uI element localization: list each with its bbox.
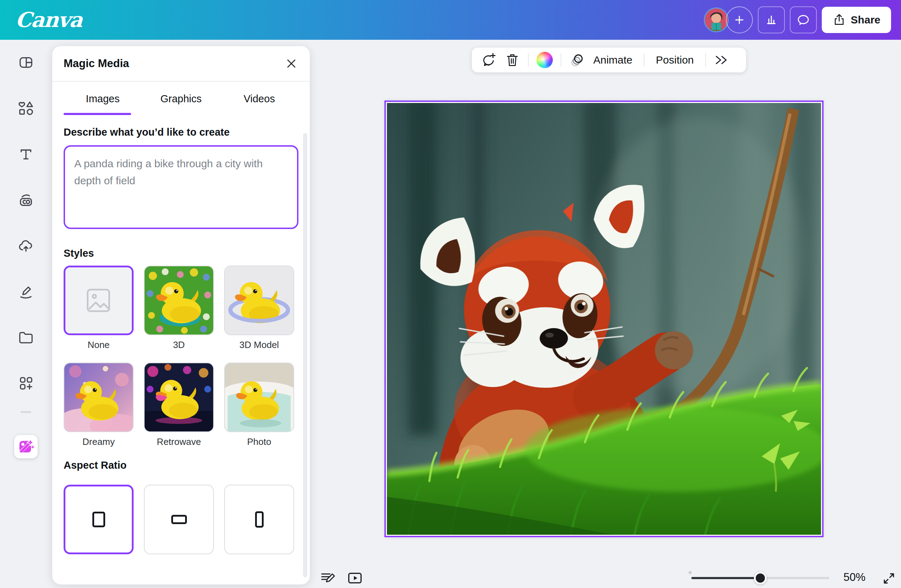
- style-label: Dreamy: [83, 436, 115, 447]
- generated-red-panda-image: [387, 103, 821, 535]
- aspect-ratio-options: [64, 485, 298, 554]
- color-picker-button[interactable]: [536, 50, 553, 70]
- zoom-slider-fill: [691, 577, 760, 579]
- brand-icon: [18, 192, 34, 208]
- sidebar-item-design[interactable]: [18, 54, 34, 71]
- sidebar-item-brand[interactable]: [18, 192, 34, 208]
- canva-logo: Canva: [15, 8, 83, 32]
- style-option-none: None: [64, 266, 134, 350]
- share-label: Share: [851, 14, 881, 26]
- app-header: Canva: [0, 0, 901, 40]
- toolbar-divider: [561, 53, 561, 67]
- plus-icon: [732, 13, 747, 27]
- bar-chart-icon: [764, 12, 779, 27]
- chevrons-right-icon: [714, 52, 730, 68]
- toolbar-divider: [705, 53, 706, 67]
- speech-bubble-icon: [796, 12, 811, 27]
- styles-row-1: None 3D: [64, 266, 298, 350]
- sidebar-item-text[interactable]: [18, 146, 34, 162]
- add-comment-button[interactable]: [480, 50, 497, 70]
- style-tile-3d-model[interactable]: [224, 266, 294, 335]
- color-wheel-icon: [536, 52, 553, 68]
- sidebar-item-uploads[interactable]: [18, 238, 34, 254]
- position-button[interactable]: Position: [652, 50, 697, 70]
- notes-icon: [319, 570, 335, 586]
- tab-videos[interactable]: Videos: [220, 82, 298, 116]
- sidebar-item-projects[interactable]: [18, 329, 34, 345]
- present-button[interactable]: [347, 570, 363, 586]
- insights-button[interactable]: [758, 6, 785, 33]
- animate-label: Animate: [590, 54, 636, 66]
- sidebar-item-magic-media[interactable]: [14, 435, 37, 458]
- style-label: Photo: [247, 436, 271, 447]
- portrait-ratio-icon: [255, 511, 263, 527]
- comment-add-icon: [480, 52, 497, 68]
- expand-icon: [881, 571, 897, 586]
- sidebar-item-elements[interactable]: [18, 100, 34, 117]
- style-tile-photo[interactable]: [224, 362, 294, 432]
- animate-icon: [569, 52, 586, 68]
- sidebar-item-draw[interactable]: [18, 283, 34, 300]
- tab-images[interactable]: Images: [64, 82, 142, 116]
- folder-icon: [18, 329, 34, 345]
- topbar-actions: Share: [704, 0, 891, 40]
- prompt-input[interactable]: [64, 145, 298, 229]
- styles-row-2: Dreamy Retrowave: [64, 362, 298, 447]
- style-label: 3D Model: [240, 339, 279, 350]
- close-panel-button[interactable]: [284, 56, 298, 71]
- elements-shapes-icon: [18, 100, 34, 117]
- cloud-upload-icon: [18, 238, 34, 254]
- style-tile-3d[interactable]: [144, 266, 214, 335]
- toolbar-divider: [528, 53, 528, 67]
- sidebar-item-apps[interactable]: [18, 375, 34, 391]
- style-option-photo: Photo: [224, 362, 294, 447]
- zoom-min-marker: [689, 571, 692, 574]
- apps-grid-icon: [18, 375, 34, 391]
- delete-button[interactable]: [505, 50, 520, 70]
- more-tools-button[interactable]: [714, 50, 730, 70]
- object-toolbar: Animate Position: [472, 48, 746, 72]
- tab-graphics[interactable]: Graphics: [142, 82, 220, 116]
- style-option-dreamy: Dreamy: [64, 362, 134, 447]
- style-option-retrowave: Retrowave: [144, 362, 214, 447]
- position-label: Position: [652, 54, 697, 66]
- magic-media-icon: [18, 439, 34, 455]
- close-icon: [285, 58, 298, 70]
- panel-scrollbar[interactable]: [303, 133, 307, 577]
- design-icon: [18, 54, 34, 71]
- avatar-image: [705, 9, 728, 31]
- landscape-ratio-icon: [171, 515, 187, 524]
- style-option-3d-model: 3D Model: [224, 266, 294, 350]
- animate-button[interactable]: Animate: [569, 50, 636, 70]
- canvas-page[interactable]: [384, 101, 823, 537]
- zoom-slider-thumb[interactable]: [754, 572, 767, 585]
- sidebar-divider: [20, 411, 31, 413]
- fullscreen-button[interactable]: [881, 571, 898, 587]
- user-avatar[interactable]: [704, 8, 729, 32]
- add-member-button[interactable]: [726, 6, 753, 33]
- share-button[interactable]: Share: [822, 7, 891, 33]
- active-tab-indicator: [64, 113, 131, 115]
- aspect-option-square[interactable]: [64, 485, 134, 554]
- styles-heading: Styles: [64, 247, 298, 259]
- notes-button[interactable]: [319, 570, 335, 586]
- describe-heading: Describe what you’d like to create: [64, 126, 298, 138]
- style-tile-dreamy[interactable]: [64, 362, 134, 432]
- style-tile-none[interactable]: [64, 266, 134, 335]
- magic-media-panel: Magic Media Images Graphics Videos Descr…: [52, 46, 310, 585]
- square-ratio-icon: [92, 512, 105, 527]
- app-sidebar: [0, 40, 52, 588]
- comments-button[interactable]: [790, 6, 817, 33]
- text-icon: [18, 146, 34, 162]
- panel-title: Magic Media: [64, 57, 129, 70]
- style-label: None: [87, 339, 109, 350]
- style-option-3d: 3D: [144, 266, 214, 350]
- aspect-option-landscape[interactable]: [144, 485, 214, 554]
- zoom-level[interactable]: 50%: [835, 571, 874, 584]
- style-label: 3D: [173, 339, 185, 350]
- toolbar-divider: [644, 53, 644, 67]
- aspect-option-portrait[interactable]: [224, 485, 294, 554]
- share-export-icon: [832, 13, 846, 26]
- media-type-tabs: Images Graphics Videos: [64, 82, 298, 116]
- style-tile-retrowave[interactable]: [144, 362, 214, 432]
